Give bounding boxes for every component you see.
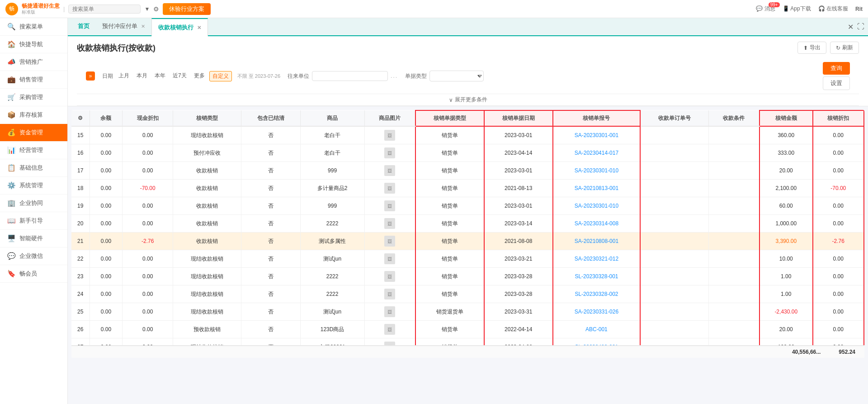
tab-prepay[interactable]: 预付冲应付单✕: [96, 18, 151, 35]
expand-more-btn[interactable]: ∨ 展开更多条件: [449, 96, 487, 104]
cell-receipt-condition: [708, 162, 759, 180]
th-include-settled: 包含已结清: [241, 110, 300, 126]
cell-writeoff-amount: 20.00: [760, 321, 813, 338]
trial-btn[interactable]: 休验行业方案: [163, 3, 211, 15]
sidebar-item-member[interactable]: 🔖畅会员: [0, 265, 67, 283]
wechat-icon: 💬: [7, 252, 16, 260]
sidebar-item-nav[interactable]: 🏠快捷导航: [0, 36, 67, 53]
layout: 🔍搜索菜单🏠快捷导航📣营销推广💼销售管理🛒采购管理📦库存核算💰资金管理📊经营管理…: [0, 18, 868, 404]
sales-icon: 💼: [7, 76, 16, 84]
th-product: 商品: [300, 110, 364, 126]
filter-actions: 查询 设置: [823, 62, 850, 90]
filter-partner-group: 往来单位 ...: [288, 71, 398, 81]
cell-writeoff-amount: 3,390.00: [760, 233, 813, 250]
export-btn[interactable]: ⬆ 导出: [797, 42, 826, 54]
online-support-btn[interactable]: 🎧 在线客服: [818, 5, 848, 13]
tab-close-receipts[interactable]: ✕: [197, 25, 201, 31]
writeoff-number-link[interactable]: SA-20230331-026: [575, 309, 618, 315]
sidebar-item-guide[interactable]: 📖新手引导: [0, 212, 67, 230]
sidebar-item-basics[interactable]: 📋基础信息: [0, 159, 67, 177]
date-opt-this-year[interactable]: 本年: [152, 71, 168, 81]
close-window-icon[interactable]: ✕: [848, 23, 854, 31]
partner-input[interactable]: [312, 71, 388, 81]
date-opt-more[interactable]: 更多: [191, 71, 208, 81]
settings-icon[interactable]: ⚙: [78, 115, 83, 121]
sidebar-item-operations[interactable]: 📊经营管理: [0, 142, 67, 159]
date-options: 上月 本月 本年 近7天 更多 自定义: [116, 71, 232, 81]
refresh-btn[interactable]: ↻ 刷新: [830, 42, 859, 54]
cell-writeoff-date: 2023-03-31: [484, 303, 553, 321]
main-area: 首页预付冲应付单✕收款核销执行✕ ✕ ⛶ 收款核销执行(按收款) ⬆ 导出: [68, 18, 868, 404]
cell-receipt-order: [640, 197, 708, 215]
writeoff-number-link[interactable]: SA-20230321-012: [575, 256, 618, 262]
sidebar-item-sales[interactable]: 💼销售管理: [0, 71, 67, 89]
cell-writeoff-voucher-type: 销货单: [415, 215, 484, 233]
cell-writeoff-discount: 0.00: [813, 268, 864, 285]
sidebar-item-finance[interactable]: 💰资金管理: [0, 124, 67, 142]
writeoff-number-link[interactable]: SA-20230301-010: [575, 167, 618, 174]
cell-writeoff-number: SA-20230321-012: [553, 250, 640, 268]
cell-balance: 0.00: [90, 338, 123, 346]
settings-btn[interactable]: 设置: [823, 76, 850, 90]
cell-receipt-order: [640, 233, 708, 250]
writeoff-number-link[interactable]: SL-20230408-001: [575, 344, 618, 345]
writeoff-number-link[interactable]: SL-20230328-001: [575, 273, 618, 280]
message-count: 99+: [769, 2, 780, 7]
date-opt-custom[interactable]: 自定义: [209, 71, 232, 81]
sidebar-label-collab: 企业协同: [19, 199, 43, 207]
sidebar-item-inventory[interactable]: 📦库存核算: [0, 106, 67, 124]
cell-balance: 0.00: [90, 285, 123, 303]
sidebar-item-purchase[interactable]: 🛒采购管理: [0, 89, 67, 106]
sidebar-item-system[interactable]: ⚙️系统管理: [0, 177, 67, 195]
date-opt-this-month[interactable]: 本月: [134, 71, 150, 81]
search-input[interactable]: [72, 6, 136, 12]
sidebar-item-wechat[interactable]: 💬企业微信: [0, 247, 67, 265]
writeoff-number-link[interactable]: SA-20230414-017: [575, 150, 618, 156]
cell-writeoff-discount: 0.00: [813, 250, 864, 268]
product-image-cell: 🖼: [364, 250, 415, 268]
th-settings[interactable]: ⚙: [71, 110, 90, 126]
cell-writeoff-voucher-type: 销货单: [415, 180, 484, 197]
basics-icon: 📋: [7, 164, 16, 172]
gear-icon[interactable]: ⚙: [153, 5, 159, 13]
app-download-btn[interactable]: 📱 App下载: [783, 5, 811, 13]
cell-receipt-condition: [708, 338, 759, 346]
tab-receipts[interactable]: 收款核销执行✕: [151, 18, 208, 36]
partner-label: 往来单位: [288, 72, 309, 80]
writeoff-number-link[interactable]: SL-20230328-002: [575, 291, 618, 297]
sidebar-label-inventory: 库存核算: [19, 111, 43, 119]
table-row: 16 0.00 0.00 预付冲应收 否 老白干 🖼 销货单 2023-04-1…: [71, 144, 864, 162]
table-row: 23 0.00 0.00 现结收款核销 否 2222 🖼 销货单 2023-03…: [71, 268, 864, 285]
writeoff-number-link[interactable]: SA-20230301-001: [575, 132, 618, 138]
message-btn[interactable]: 💬 99+ 消息: [756, 5, 775, 13]
filter-expand-btn[interactable]: »: [86, 71, 95, 81]
tab-close-prepay[interactable]: ✕: [141, 24, 145, 29]
writeoff-number-link[interactable]: SA-20230314-008: [575, 220, 618, 227]
writeoff-number-link[interactable]: SA-20210813-001: [575, 185, 618, 191]
query-btn[interactable]: 查询: [823, 62, 850, 75]
avatar: 畅: [5, 3, 18, 15]
sidebar-item-collab[interactable]: 🏢企业协同: [0, 195, 67, 212]
cell-receipt-order: [640, 144, 708, 162]
voucher-type-select[interactable]: [429, 71, 484, 81]
maximize-icon[interactable]: ⛶: [857, 23, 864, 31]
dropdown-arrow[interactable]: ▼: [144, 6, 150, 12]
writeoff-number-link[interactable]: ABC-001: [585, 326, 608, 333]
date-opt-last-month[interactable]: 上月: [116, 71, 132, 81]
cell-writeoff-voucher-type: 销货单: [415, 285, 484, 303]
purchase-icon: 🛒: [7, 93, 16, 101]
writeoff-number-link[interactable]: SA-20210808-001: [575, 238, 618, 244]
th-writeoff-type: 核销类型: [173, 110, 241, 126]
date-opt-7days[interactable]: 近7天: [170, 71, 189, 81]
cell-include-settled: 否: [241, 162, 300, 180]
tab-home[interactable]: 首页: [71, 18, 96, 35]
sidebar-item-search[interactable]: 🔍搜索菜单: [0, 18, 67, 36]
partner-dots[interactable]: ...: [391, 73, 398, 79]
cell-writeoff-type: 现结收款核销: [173, 303, 241, 321]
cell-writeoff-voucher-type: 销货单: [415, 321, 484, 338]
cell-receipt-order: [640, 338, 708, 346]
sidebar-item-marketing[interactable]: 📣营销推广: [0, 53, 67, 71]
cell-writeoff-type: 现结收款核销: [173, 338, 241, 346]
sidebar-item-hardware[interactable]: 🖥️智能硬件: [0, 230, 67, 247]
writeoff-number-link[interactable]: SA-20230301-010: [575, 203, 618, 209]
